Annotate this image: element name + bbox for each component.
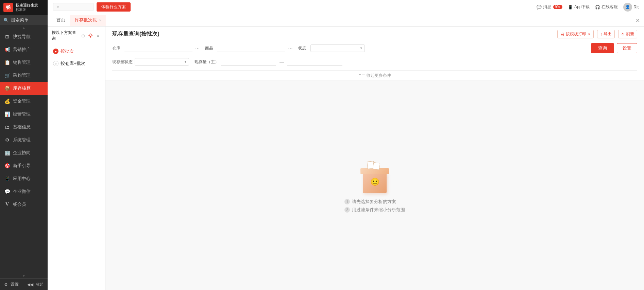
paper2 bbox=[373, 162, 380, 170]
plan-label: 按批次 bbox=[61, 48, 74, 54]
hint-num-2: 2 bbox=[344, 207, 350, 213]
gear-icon bbox=[88, 33, 93, 38]
sidebar-item-purchase[interactable]: 🛒 采购管理 bbox=[0, 69, 48, 82]
app-download-group[interactable]: 📱 App下载 bbox=[568, 4, 590, 10]
plan-item-batch[interactable]: ● 按批次 bbox=[48, 45, 105, 57]
user-group[interactable]: 👤 Rit bbox=[623, 3, 639, 12]
stock-status-select[interactable] bbox=[135, 58, 189, 66]
refresh-label: 刷新 bbox=[626, 31, 634, 37]
vip-icon: V bbox=[4, 202, 10, 207]
settings-icon: ⚙ bbox=[4, 282, 8, 287]
print-label: 按模板打印 bbox=[566, 31, 586, 37]
sidebar-search[interactable]: 🔍 搜索菜单 bbox=[0, 15, 48, 25]
filter-product-group: 商品 ··· bbox=[205, 45, 292, 52]
sidebar-search-label: 搜索菜单 bbox=[11, 17, 29, 23]
sidebar-item-system[interactable]: ⚙ 系统管理 bbox=[0, 133, 48, 146]
query-label: 查询 bbox=[598, 46, 607, 51]
status-label: 状态 bbox=[298, 46, 308, 51]
sidebar-item-newbie[interactable]: 🎯 新手引导 bbox=[0, 159, 48, 172]
sidebar-item-basics[interactable]: 🗂 基础信息 bbox=[0, 121, 48, 133]
experience-btn[interactable]: 体验行业方案 bbox=[97, 2, 131, 12]
sidebar-item-label: 基础信息 bbox=[13, 124, 31, 130]
tab-active-label: 库存批次账 bbox=[75, 17, 97, 23]
username-label: Rit bbox=[633, 5, 639, 10]
finance-icon: 💰 bbox=[4, 98, 10, 104]
settings-btn[interactable]: 设置 bbox=[617, 43, 637, 53]
operations-icon: 📊 bbox=[4, 111, 10, 117]
panel-close-btn[interactable]: ✕ bbox=[635, 17, 640, 23]
plan-item-warehouse-batch[interactable]: ○ 按仓库+批次 bbox=[48, 57, 105, 70]
sidebar: 畅 畅康通好生意 标准版 🔍 搜索菜单 ▲ ⊞ 快捷导航 📢 营销推广 📋 销售… bbox=[0, 0, 48, 290]
sidebar-item-label: 企业微信 bbox=[13, 188, 31, 195]
page-header: 现存量查询(按批次) 🖨 按模板打印 ▼ ↑ 导出 ↻ bbox=[105, 26, 644, 38]
scroll-up-btn[interactable]: ▲ bbox=[0, 25, 48, 30]
product-label: 商品 bbox=[205, 46, 215, 51]
query-btn[interactable]: 查询 bbox=[591, 43, 614, 53]
sidebar-item-apps[interactable]: 📱 应用中心 bbox=[0, 172, 48, 185]
empty-illustration: 😐 bbox=[354, 156, 395, 193]
chevron-up-icon: ⌃⌃ bbox=[358, 73, 366, 78]
headset-icon: 🎧 bbox=[595, 5, 600, 10]
collapse-filter-btn[interactable]: ⌃⌃ 收起更多条件 bbox=[112, 70, 637, 80]
warehouse-dots-btn[interactable]: ··· bbox=[195, 45, 200, 51]
experience-btn-label: 体验行业方案 bbox=[101, 4, 126, 9]
stock-amount-from-input[interactable] bbox=[221, 58, 276, 66]
hint-text-1: 请先选择要分析的方案 bbox=[352, 199, 396, 205]
search-icon: 🔍 bbox=[3, 18, 9, 23]
app-subtitle: 标准版 bbox=[16, 7, 38, 12]
collapse-label: 收起更多条件 bbox=[367, 73, 391, 78]
sidebar-item-label: 企业协同 bbox=[13, 150, 31, 156]
sidebar-item-inventory[interactable]: 📦 库存核算 bbox=[0, 82, 48, 95]
filter-status-group: 状态 bbox=[298, 44, 373, 52]
warehouse-input[interactable] bbox=[124, 45, 192, 52]
online-support-group[interactable]: 🎧 在线客服 bbox=[595, 4, 618, 10]
box-body: 😐 bbox=[363, 173, 387, 193]
app-title: 畅康通好生意 bbox=[16, 3, 38, 7]
collapse-icon: ◀◀ bbox=[27, 282, 33, 287]
hint-text-2: 用过滤条件来缩小分析范围 bbox=[352, 207, 405, 213]
status-select-wrap bbox=[310, 44, 365, 52]
sidebar-nav: ⊞ 快捷导航 📢 营销推广 📋 销售管理 🛒 采购管理 📦 库存核算 💰 资金管… bbox=[0, 30, 48, 273]
collapse-panel-btn[interactable]: « bbox=[95, 33, 101, 39]
scroll-down-btn[interactable]: ▼ bbox=[0, 273, 48, 278]
sidebar-item-marketing[interactable]: 📢 营销推广 bbox=[0, 43, 48, 56]
print-dropdown-icon: ▼ bbox=[588, 33, 591, 36]
print-btn[interactable]: 🖨 按模板打印 ▼ bbox=[557, 30, 594, 38]
status-select[interactable] bbox=[310, 44, 365, 52]
stock-amount-to-input[interactable] bbox=[287, 58, 342, 66]
online-support-label: 在线客服 bbox=[601, 4, 618, 10]
left-panel-title: 按以下方案查询 bbox=[52, 30, 78, 41]
settings-plan-btn[interactable] bbox=[87, 33, 94, 39]
sidebar-item-label: 销售管理 bbox=[13, 59, 31, 66]
sidebar-item-operations[interactable]: 📊 经营管理 bbox=[0, 108, 48, 121]
export-btn[interactable]: ↑ 导出 bbox=[597, 30, 615, 38]
sidebar-item-quick-nav[interactable]: ⊞ 快捷导航 bbox=[0, 30, 48, 43]
sidebar-item-vip[interactable]: V 畅会员 bbox=[0, 198, 48, 211]
filter-stock-status-group: 现存量状态 bbox=[112, 58, 189, 66]
sidebar-item-finance[interactable]: 💰 资金管理 bbox=[0, 95, 48, 108]
data-area: 😐 1 请先选择要分析的方案 2 用过滤条件来缩小分析范围 bbox=[105, 81, 644, 290]
quick-nav-icon: ⊞ bbox=[4, 34, 10, 39]
tab-inventory-batch[interactable]: 库存批次账 × bbox=[70, 15, 106, 26]
topbar-right: 💬 消息 99+ 📱 App下载 🎧 在线客服 👤 Rit bbox=[537, 3, 639, 12]
refresh-btn[interactable]: ↻ 刷新 bbox=[618, 30, 637, 38]
sales-icon: 📋 bbox=[4, 60, 10, 65]
tab-close-icon[interactable]: × bbox=[99, 18, 101, 22]
product-dots-btn[interactable]: ··· bbox=[288, 45, 292, 51]
sidebar-item-wechat[interactable]: 💬 企业微信 bbox=[0, 185, 48, 198]
messages-group[interactable]: 💬 消息 99+ bbox=[537, 4, 562, 10]
app-download-label: App下载 bbox=[574, 4, 590, 10]
add-plan-btn[interactable]: ⊕ bbox=[80, 33, 86, 39]
avatar: 👤 bbox=[623, 3, 632, 12]
tab-home[interactable]: 首页 bbox=[52, 15, 70, 26]
filter-row-1: 仓库 ··· 商品 ··· 状态 bbox=[112, 43, 637, 53]
sidebar-item-sales[interactable]: 📋 销售管理 bbox=[0, 56, 48, 69]
message-icon: 💬 bbox=[537, 5, 542, 10]
sidebar-footer[interactable]: ⚙ 设置 ◀◀ 收起 bbox=[0, 278, 48, 290]
sidebar-item-enterprise[interactable]: 🏢 企业协同 bbox=[0, 146, 48, 159]
plan-inactive-icon: ○ bbox=[53, 61, 58, 66]
right-panel: 现存量查询(按批次) 🖨 按模板打印 ▼ ↑ 导出 ↻ bbox=[105, 26, 644, 290]
topbar-left: ▼ 体验行业方案 bbox=[53, 2, 533, 12]
product-input[interactable] bbox=[217, 45, 285, 52]
action-buttons: 查询 设置 bbox=[591, 43, 637, 53]
